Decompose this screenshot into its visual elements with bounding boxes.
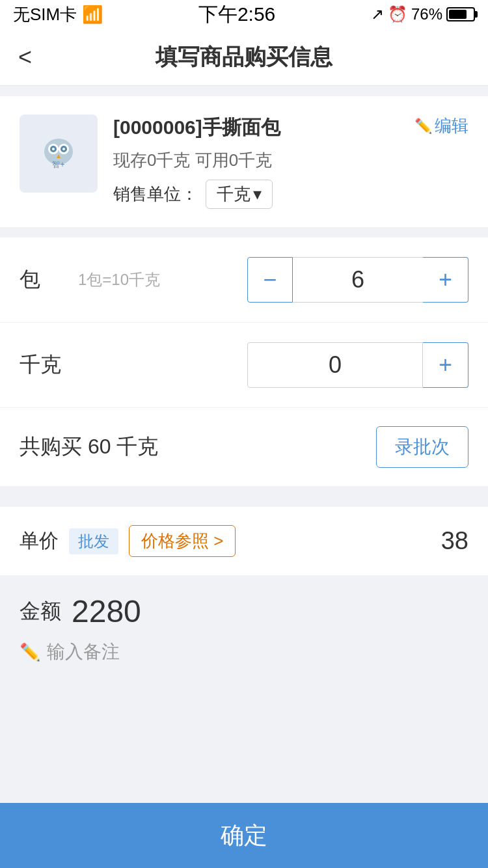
edit-button[interactable]: ✏️ 编辑: [414, 115, 468, 137]
amount-row: 金额 2280: [20, 593, 468, 629]
price-row: 单价 批发 价格参照 > 38: [20, 525, 468, 557]
divider-2: [0, 486, 488, 496]
product-unit-row: 销售单位： 千克 ▾: [113, 180, 468, 209]
unit-value: 千克: [217, 183, 251, 206]
product-stock: 现存0千克 可用0千克: [113, 149, 468, 172]
price-value: 38: [441, 527, 468, 555]
status-bar: 无SIM卡 📶 下午2:56 ↗ ⏰ 76%: [0, 0, 488, 29]
unit-select[interactable]: 千克 ▾: [206, 180, 273, 209]
price-tag: 批发: [69, 528, 118, 554]
package-row: 包 1包=10千克 − +: [0, 237, 488, 323]
svg-text:智+: 智+: [52, 160, 64, 169]
amount-label: 金额: [20, 597, 61, 626]
total-row: 共购买 60 千克 录批次: [0, 408, 488, 486]
kilogram-plus-button[interactable]: +: [423, 342, 468, 388]
note-label: 输入备注: [47, 640, 120, 664]
location-icon: ↗: [371, 5, 384, 23]
status-time: 下午2:56: [198, 1, 275, 28]
alarm-icon: ⏰: [388, 5, 407, 23]
kilogram-qty-control: +: [247, 342, 468, 388]
kilogram-label: 千克: [20, 351, 72, 379]
input-section: 包 1包=10千克 − + 千克 +: [0, 237, 488, 408]
price-section: 单价 批发 价格参照 > 38: [0, 507, 488, 575]
edit-label: 编辑: [435, 115, 468, 137]
package-hint: 1包=10千克: [78, 269, 247, 290]
divider-1: [0, 227, 488, 237]
battery-icon: [446, 7, 475, 21]
kilogram-quantity-input[interactable]: [247, 342, 423, 388]
package-quantity-input[interactable]: [293, 257, 423, 303]
battery-percent: 76%: [411, 5, 442, 23]
edit-icon: ✏️: [414, 118, 432, 135]
unit-label: 销售单位：: [113, 183, 198, 206]
price-label: 单价: [20, 528, 59, 554]
package-minus-button[interactable]: −: [247, 257, 293, 303]
pencil-icon: ✏️: [20, 642, 40, 662]
price-ref-button[interactable]: 价格参照 >: [129, 525, 236, 557]
battery-fill: [449, 10, 467, 19]
amount-section: 金额 2280 ✏️ 输入备注: [0, 575, 488, 677]
dropdown-icon: ▾: [253, 184, 262, 204]
kilogram-row: 千克 +: [0, 323, 488, 408]
status-right: ↗ ⏰ 76%: [371, 5, 475, 23]
confirm-button[interactable]: 确定: [0, 803, 488, 868]
wifi-icon: 📶: [82, 5, 103, 25]
package-plus-button[interactable]: +: [423, 257, 468, 303]
total-text: 共购买 60 千克: [20, 433, 158, 461]
product-logo: 智+: [39, 131, 78, 177]
page-title: 填写商品购买信息: [156, 42, 332, 72]
status-left: 无SIM卡 📶: [13, 3, 103, 26]
product-card: 智+ [0000006]手撕面包 现存0千克 可用0千克 销售单位： 千克 ▾ …: [0, 96, 488, 227]
carrier-label: 无SIM卡: [13, 3, 77, 26]
package-qty-control: − +: [247, 257, 468, 303]
nav-bar: < 填写商品购买信息: [0, 29, 488, 86]
amount-value: 2280: [72, 593, 141, 629]
package-label: 包: [20, 265, 72, 294]
svg-point-5: [52, 148, 55, 150]
svg-point-6: [62, 148, 65, 150]
product-image: 智+: [20, 115, 98, 193]
back-button[interactable]: <: [18, 44, 32, 71]
note-row[interactable]: ✏️ 输入备注: [20, 640, 468, 664]
batch-button[interactable]: 录批次: [376, 426, 468, 468]
